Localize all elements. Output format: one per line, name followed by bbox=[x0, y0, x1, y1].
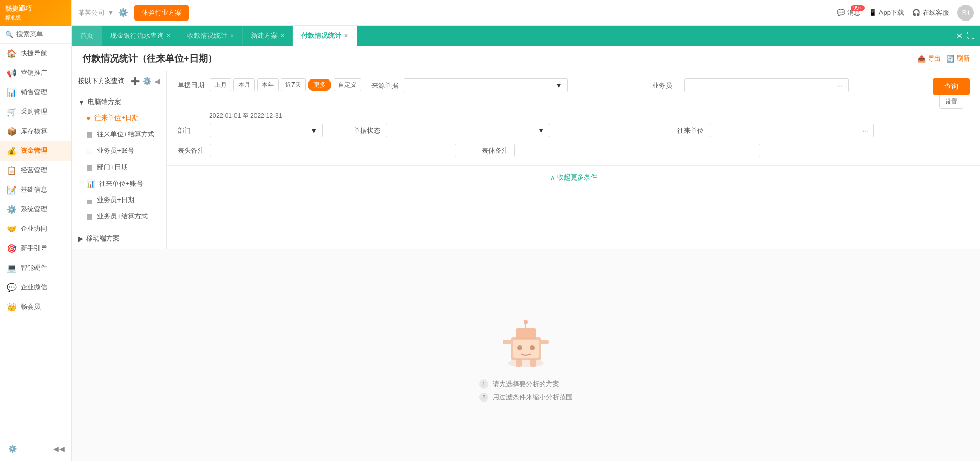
empty-state-illustration bbox=[495, 312, 557, 373]
collapse-sidebar-icon[interactable]: ◀◀ bbox=[52, 442, 66, 456]
staff-select[interactable]: ··· bbox=[684, 78, 849, 92]
staff-select-arrow: ··· bbox=[837, 82, 843, 89]
trial-btn[interactable]: 体验行业方案 bbox=[134, 5, 189, 21]
scheme-item-staff-date[interactable]: ▦ 业务员+日期 bbox=[72, 192, 166, 208]
date-btn-more[interactable]: 更多 bbox=[308, 79, 331, 91]
svg-rect-10 bbox=[516, 359, 522, 367]
partner-label: 往来单位 bbox=[677, 126, 705, 135]
date-btn-this-month[interactable]: 本月 bbox=[233, 78, 255, 91]
date-btn-this-year[interactable]: 本年 bbox=[257, 78, 279, 91]
collapse-btn[interactable]: ∧ 收起更多条件 bbox=[544, 170, 603, 185]
header-note-input[interactable] bbox=[210, 144, 456, 157]
scheme-desktop-title[interactable]: ▼ 电脑端方案 bbox=[72, 94, 166, 110]
user-avatar[interactable]: Rit bbox=[957, 5, 974, 21]
sidebar-item-label: 采购管理 bbox=[21, 107, 47, 116]
svg-rect-8 bbox=[503, 340, 511, 344]
scheme-mobile-label: 移动端方案 bbox=[86, 234, 120, 243]
tab-bank-flow-close[interactable]: × bbox=[167, 32, 170, 39]
app-download-label: App下载 bbox=[879, 8, 904, 17]
app-download-icon: 📱 bbox=[869, 9, 877, 16]
tab-payment-stats[interactable]: 付款情况统计 × bbox=[293, 26, 357, 46]
scheme-item-partner-payment-icon: ▦ bbox=[86, 130, 93, 138]
tab-home[interactable]: 首页 bbox=[72, 26, 102, 46]
scheme-item-partner-account[interactable]: 📊 往来单位+账号 bbox=[72, 175, 166, 192]
sidebar-item-inventory[interactable]: 📦 库存核算 bbox=[0, 122, 71, 141]
sidebar-item-wechat[interactable]: 💬 企业微信 bbox=[0, 277, 71, 297]
scheme-item-partner-payment[interactable]: ▦ 往来单位+结算方式 bbox=[72, 126, 166, 143]
member-icon: 👑 bbox=[7, 302, 16, 311]
scheme-item-dept-date[interactable]: ▦ 部门+日期 bbox=[72, 159, 166, 175]
tabbar-close-all-icon[interactable]: ✕ bbox=[956, 31, 963, 41]
sidebar-item-system[interactable]: ⚙️ 系统管理 bbox=[0, 199, 71, 219]
sidebar-item-purchase[interactable]: 🛒 采购管理 bbox=[0, 102, 71, 122]
svg-point-3 bbox=[517, 345, 522, 350]
scheme-mobile-title[interactable]: ▶ 移动端方案 bbox=[72, 231, 166, 246]
gear-scheme-icon[interactable]: ⚙️ bbox=[143, 77, 151, 85]
query-btn[interactable]: 查询 bbox=[933, 78, 970, 95]
topbar-settings-icon[interactable]: ⚙️ bbox=[118, 8, 128, 17]
company-dropdown-icon[interactable]: ▼ bbox=[108, 9, 114, 16]
scheme-item-label: 业务员+账号 bbox=[97, 146, 134, 155]
app-download-btn[interactable]: 📱 App下载 bbox=[869, 8, 904, 17]
scheme-item-partner-date[interactable]: ● 往来单位+日期 bbox=[72, 110, 166, 126]
partner-select[interactable]: ··· bbox=[710, 124, 874, 137]
header-note-label: 表头备注 bbox=[178, 146, 206, 155]
scheme-item-staff-payment[interactable]: ▦ 业务员+结算方式 bbox=[72, 208, 166, 225]
filter-date-item: 单据日期 上月 本月 本年 近7天 更多 自定义 bbox=[178, 78, 361, 91]
date-btn-7days[interactable]: 近7天 bbox=[281, 78, 306, 91]
sidebar-item-sales[interactable]: 📊 销售管理 bbox=[0, 83, 71, 102]
source-select[interactable]: ▼ bbox=[404, 78, 568, 92]
newbie-icon: 🎯 bbox=[7, 244, 16, 253]
settings-footer-icon[interactable]: ⚙️ bbox=[5, 442, 19, 456]
body-note-input[interactable] bbox=[514, 144, 760, 157]
doc-status-select-arrow: ▼ bbox=[538, 127, 544, 134]
scheme-item-label: 业务员+日期 bbox=[97, 195, 134, 205]
search-menu-btn[interactable]: 🔍 搜索菜单 bbox=[0, 26, 71, 44]
scheme-item-partner-account-icon: 📊 bbox=[86, 179, 95, 188]
tab-bank-flow[interactable]: 现金银行流水查询 × bbox=[102, 26, 179, 46]
refresh-label: 刷新 bbox=[956, 54, 970, 63]
export-btn[interactable]: 📤 导出 bbox=[917, 54, 941, 63]
tab-receipt-stats-close[interactable]: × bbox=[230, 32, 234, 39]
message-btn[interactable]: 💬 消息 99+ bbox=[837, 8, 860, 17]
svg-point-7 bbox=[524, 320, 528, 324]
online-service-label: 在线客服 bbox=[923, 8, 949, 17]
sidebar-item-shortcuts[interactable]: 🏠 快捷导航 bbox=[0, 44, 71, 63]
sidebar-logo: 畅捷通巧 标准版 bbox=[0, 0, 71, 26]
tab-payment-stats-close[interactable]: × bbox=[344, 32, 348, 39]
sidebar-item-newbie[interactable]: 🎯 新手引导 bbox=[0, 238, 71, 258]
tab-new-scheme[interactable]: 新建方案 × bbox=[243, 26, 293, 46]
sidebar-item-member[interactable]: 👑 畅会员 bbox=[0, 297, 71, 316]
sidebar-item-hardware[interactable]: 💻 智能硬件 bbox=[0, 258, 71, 277]
collapse-scheme-icon[interactable]: ◀ bbox=[154, 77, 160, 85]
date-range-row: 2022-01-01 至 2022-12-31 bbox=[178, 112, 970, 124]
dept-select[interactable]: ▼ bbox=[210, 124, 323, 137]
tab-new-scheme-close[interactable]: × bbox=[281, 32, 284, 39]
doc-status-select[interactable]: ▼ bbox=[386, 124, 550, 137]
date-btn-custom[interactable]: 自定义 bbox=[334, 78, 361, 91]
tabbar-expand-icon[interactable]: ⛶ bbox=[967, 31, 975, 41]
sidebar-footer: ⚙️ ◀◀ bbox=[0, 436, 71, 461]
tab-receipt-stats[interactable]: 收款情况统计 × bbox=[179, 26, 243, 46]
date-btn-last-month[interactable]: 上月 bbox=[210, 78, 231, 91]
refresh-btn[interactable]: 🔄 刷新 bbox=[946, 54, 970, 63]
sidebar-item-label: 资金管理 bbox=[21, 146, 47, 155]
tip-text-2: 用过滤条件来缩小分析范围 bbox=[493, 393, 573, 402]
settings-btn[interactable]: 设置 bbox=[939, 95, 963, 109]
sidebar-item-finance[interactable]: 💰 资金管理 bbox=[0, 141, 71, 161]
sidebar-item-marketing[interactable]: 📢 营销推广 bbox=[0, 63, 71, 83]
sidebar-item-label: 畅会员 bbox=[21, 302, 41, 311]
scheme-item-partner-date-icon: ● bbox=[86, 114, 90, 122]
scheme-sidebar: 按以下方案查询 ➕ ⚙️ ◀ ▼ 电脑端方案 ● 往来单位+日期 bbox=[72, 71, 167, 249]
filter-row-3: 表头备注 表体备注 bbox=[178, 144, 970, 157]
export-label: 导出 bbox=[928, 54, 941, 63]
scheme-item-staff-account[interactable]: ▦ 业务员+账号 bbox=[72, 143, 166, 159]
sidebar-item-basics[interactable]: 📝 基础信息 bbox=[0, 180, 71, 199]
add-scheme-icon[interactable]: ➕ bbox=[131, 77, 140, 85]
sidebar-item-operation[interactable]: 📋 经营管理 bbox=[0, 161, 71, 180]
sidebar-item-collab[interactable]: 🤝 企业协同 bbox=[0, 219, 71, 238]
filter-scheme-wrapper: 按以下方案查询 ➕ ⚙️ ◀ ▼ 电脑端方案 ● 往来单位+日期 bbox=[72, 71, 980, 249]
online-service-btn[interactable]: 🎧 在线客服 bbox=[912, 8, 949, 17]
wechat-icon: 💬 bbox=[7, 283, 16, 292]
shortcuts-icon: 🏠 bbox=[7, 49, 16, 58]
